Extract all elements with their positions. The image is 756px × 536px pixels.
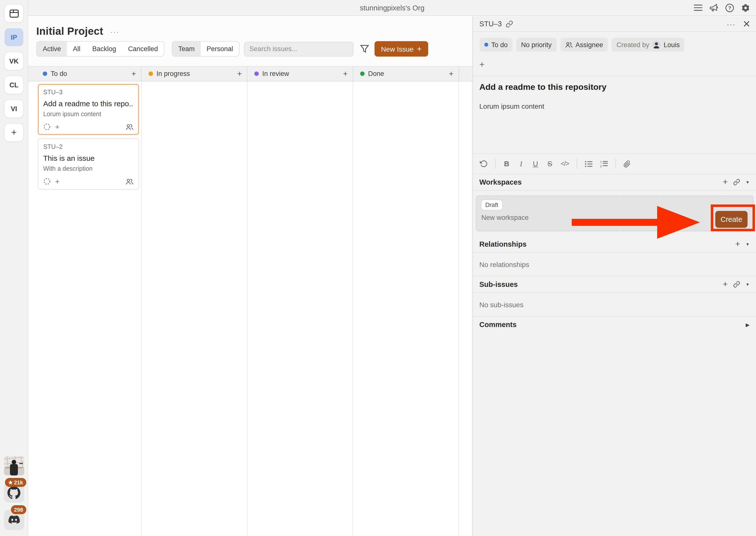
close-icon[interactable]: [743, 21, 749, 27]
create-workspace-button[interactable]: Create: [715, 211, 747, 228]
tab-all[interactable]: All: [67, 42, 87, 56]
column-headers: To do + In progress + In review + Done +: [28, 66, 472, 82]
search-input[interactable]: [244, 42, 354, 56]
draft-workspace-name: New workspace: [481, 214, 748, 221]
sidebar-item-workspace-cl[interactable]: CL: [5, 76, 23, 94]
link-icon[interactable]: [733, 281, 740, 288]
add-label-icon[interactable]: +: [55, 179, 59, 184]
draft-badge: Draft: [481, 200, 502, 210]
column-header-in-review: In review +: [247, 66, 353, 81]
numbered-list-icon[interactable]: 1 2: [600, 160, 608, 168]
add-label-icon[interactable]: +: [55, 124, 59, 129]
strikethrough-button[interactable]: S: [546, 160, 553, 168]
status-dot-todo: [43, 72, 47, 76]
bullet-list-icon[interactable]: [584, 160, 592, 168]
priority-dashed-circle-icon[interactable]: [43, 123, 51, 130]
panel-options-button[interactable]: ···: [727, 19, 736, 28]
filter-funnel-icon[interactable]: [360, 45, 369, 53]
status-chip[interactable]: To do: [479, 38, 513, 51]
column-in-progress: [142, 82, 247, 536]
undo-icon[interactable]: [480, 160, 488, 168]
menu-icon[interactable]: [694, 3, 702, 12]
chevron-right-icon[interactable]: ▶: [746, 322, 749, 327]
svg-text:2: 2: [600, 164, 601, 168]
link-icon[interactable]: [733, 179, 740, 185]
add-workspace-button[interactable]: +: [5, 123, 23, 142]
discord-icon: [8, 515, 20, 525]
github-icon: [8, 486, 20, 499]
star-icon: ★: [8, 479, 13, 486]
column-header-in-progress: In progress +: [142, 66, 247, 81]
settings-gear-icon[interactable]: [741, 3, 750, 12]
tab-cancelled[interactable]: Cancelled: [122, 42, 164, 56]
workspaces-section-header: Workspaces + ▼: [473, 174, 756, 190]
created-by-chip[interactable]: Created by Louis: [611, 38, 685, 51]
chevron-down-icon[interactable]: ▼: [745, 180, 749, 184]
bold-button[interactable]: B: [503, 160, 510, 168]
add-attribute-button[interactable]: +: [479, 59, 485, 70]
github-link[interactable]: ★ 21k: [4, 483, 24, 503]
help-icon[interactable]: ?: [725, 3, 734, 12]
chevron-down-icon[interactable]: ▼: [745, 242, 749, 247]
add-workspace-row-button[interactable]: +: [723, 177, 728, 187]
attachment-paperclip-icon[interactable]: [623, 160, 630, 168]
add-issue-in-progress-button[interactable]: +: [237, 69, 242, 78]
issue-title: Add a readme to this repository: [473, 77, 756, 92]
tab-active[interactable]: Active: [37, 42, 67, 56]
window-layout-icon: [9, 9, 18, 17]
svg-text:1: 1: [600, 160, 601, 163]
announcements-icon[interactable]: [709, 3, 718, 12]
add-issue-in-review-button[interactable]: +: [343, 69, 348, 78]
relationships-empty-text: No relationships: [473, 252, 756, 276]
comments-section-header: Comments ▶: [473, 317, 756, 332]
status-dot-in-progress: [149, 72, 153, 76]
assignees-icon[interactable]: [126, 178, 134, 185]
assignee-chip[interactable]: Assignee: [560, 38, 608, 51]
workspace-draft-row[interactable]: Draft New workspace Create: [476, 195, 753, 231]
scope-filter-tabs: Team Personal: [172, 41, 240, 56]
project-options-button[interactable]: ···: [110, 27, 119, 36]
column-header-todo: To do +: [28, 66, 142, 81]
column-header-done: Done +: [353, 66, 459, 81]
tab-backlog[interactable]: Backlog: [87, 42, 122, 56]
tab-team[interactable]: Team: [172, 42, 201, 56]
discord-link[interactable]: 298: [4, 510, 24, 530]
relationships-section-header: Relationships + ▼: [473, 236, 756, 252]
workspace-sidebar: IP VK CL VI + ★ 21k: [0, 0, 28, 536]
status-dot-done: [360, 72, 365, 76]
add-sub-issue-button[interactable]: +: [723, 280, 728, 289]
priority-dashed-circle-icon[interactable]: [43, 178, 51, 185]
column-done: [353, 82, 459, 536]
github-stars-badge: ★ 21k: [5, 478, 26, 487]
new-issue-button[interactable]: New Issue+: [375, 41, 428, 56]
add-relationship-button[interactable]: +: [735, 239, 740, 249]
discord-count-badge: 298: [11, 505, 26, 514]
code-button[interactable]: </>: [561, 160, 569, 167]
add-issue-todo-button[interactable]: +: [131, 69, 136, 78]
issue-detail-panel: STU–3 ··· To do: [472, 17, 756, 536]
assignees-icon: [565, 42, 572, 48]
add-issue-done-button[interactable]: +: [449, 69, 453, 78]
all-workspaces-button[interactable]: [5, 5, 23, 22]
sidebar-item-workspace-vk[interactable]: VK: [5, 52, 23, 70]
promo-photo-thumbnail[interactable]: [4, 456, 24, 476]
editor-toolbar: B I U S </> 1 2: [473, 154, 756, 174]
issue-card-stu-3[interactable]: STU–3 Add a readme to this repo... Lorum…: [38, 84, 139, 135]
sub-issues-section-header: Sub-issues + ▼: [473, 277, 756, 292]
priority-chip[interactable]: No priority: [516, 38, 557, 51]
svg-text:?: ?: [728, 5, 731, 11]
sidebar-item-workspace-vi[interactable]: VI: [5, 100, 23, 117]
issue-card-stu-2[interactable]: STU–2 This is an issue With a descriptio…: [38, 139, 139, 189]
assignees-icon[interactable]: [126, 123, 134, 130]
italic-button[interactable]: I: [518, 159, 524, 168]
issue-description[interactable]: Lorum ipsum content: [473, 92, 756, 110]
copy-link-icon[interactable]: [506, 20, 513, 27]
tab-personal[interactable]: Personal: [201, 42, 239, 56]
issue-key: STU–3: [479, 20, 502, 28]
status-dot-in-review: [254, 72, 259, 76]
chevron-down-icon[interactable]: ▼: [745, 282, 749, 286]
underline-button[interactable]: U: [532, 160, 539, 168]
page-title: Initial Project: [36, 25, 103, 37]
app-window: IP VK CL VI + ★ 21k: [0, 0, 756, 536]
sidebar-item-workspace-ip[interactable]: IP: [5, 28, 23, 46]
